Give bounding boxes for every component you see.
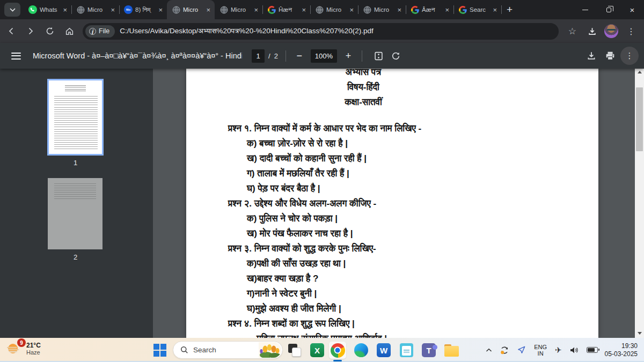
taskbar-edge[interactable] bbox=[353, 342, 370, 359]
search-highlight-image[interactable] bbox=[259, 342, 281, 358]
start-button[interactable] bbox=[152, 342, 168, 358]
taskbar-word[interactable]: W bbox=[375, 342, 392, 359]
tab-close-icon[interactable]: × bbox=[253, 6, 259, 13]
reload-icon bbox=[46, 27, 54, 35]
tab-search-button[interactable] bbox=[4, 3, 20, 17]
zoom-out-button[interactable]: − bbox=[294, 50, 305, 62]
edge-icon bbox=[354, 343, 368, 357]
home-button[interactable] bbox=[61, 23, 77, 39]
taskbar-excel[interactable]: X bbox=[309, 342, 326, 359]
profile-avatar[interactable] bbox=[604, 24, 618, 38]
info-icon: i bbox=[89, 28, 96, 35]
pdf-menu-button[interactable] bbox=[11, 50, 21, 61]
clock-time: 19:30 bbox=[605, 342, 638, 350]
tab-filo[interactable]: filo 8) निम् × bbox=[119, 0, 167, 19]
tab-close-icon[interactable]: × bbox=[157, 6, 164, 13]
volume-button[interactable] bbox=[566, 338, 583, 362]
tab-micro-3[interactable]: Micro × bbox=[310, 0, 358, 19]
taskbar-teams[interactable]: T bbox=[420, 342, 437, 359]
doc-body: प्रश्न १. निम्न वाक्यों में कर्म के आधार… bbox=[186, 121, 598, 338]
language-switcher[interactable]: ENG IN bbox=[530, 344, 551, 357]
scroll-down-icon[interactable] bbox=[635, 330, 644, 337]
rotate-button[interactable] bbox=[387, 47, 404, 64]
print-button[interactable] bbox=[602, 47, 619, 64]
clock-date: 05-03-2025 bbox=[605, 350, 638, 358]
weather-widget[interactable]: 9 21°C Haze bbox=[5, 340, 41, 357]
reload-button[interactable] bbox=[42, 23, 58, 39]
page-2-label: 2 bbox=[47, 253, 104, 261]
active-app-indicator bbox=[333, 360, 342, 361]
page-number-input[interactable]: 1 bbox=[252, 49, 265, 63]
tab-close-icon[interactable]: × bbox=[205, 6, 211, 13]
airplane-icon: ✈ bbox=[555, 345, 562, 355]
pdf-more-menu[interactable]: ⋮ bbox=[620, 47, 639, 65]
scrollbar-thumb[interactable] bbox=[636, 87, 643, 151]
chrome-icon bbox=[331, 343, 345, 358]
new-tab-button[interactable]: + bbox=[507, 4, 513, 16]
airplane-mode-button[interactable]: ✈ bbox=[551, 338, 566, 362]
url-text[interactable]: C:/Users/Avika/Desktop/अभ्यास%20पत्र%20-… bbox=[120, 27, 374, 35]
pdf-download-button[interactable] bbox=[583, 47, 600, 64]
taskbar-notepad[interactable] bbox=[398, 342, 415, 359]
taskbar-chrome-active[interactable] bbox=[329, 342, 346, 359]
downloads-button[interactable] bbox=[584, 23, 600, 39]
tab-title: Âæन bbox=[422, 6, 441, 13]
doc-line: क) बच्चा ज़ोर-ज़ोर से रो रहा है | bbox=[247, 136, 598, 151]
whatsapp-icon bbox=[28, 5, 37, 14]
globe-icon bbox=[219, 5, 228, 14]
minimize-icon bbox=[582, 10, 588, 10]
task-view-button[interactable] bbox=[286, 342, 303, 359]
tab-google-search[interactable]: Searc × bbox=[453, 0, 501, 19]
fit-page-button[interactable] bbox=[370, 47, 387, 64]
location-button[interactable] bbox=[513, 338, 530, 362]
tab-close-icon[interactable]: × bbox=[396, 6, 402, 13]
tab-google-2[interactable]: Âæन × bbox=[406, 0, 453, 19]
taskbar-search-box[interactable]: Search bbox=[173, 341, 283, 359]
tab-whatsapp[interactable]: Whats × bbox=[24, 0, 71, 19]
back-button[interactable] bbox=[3, 23, 19, 39]
language-line1: ENG bbox=[534, 344, 547, 350]
tab-close-icon[interactable]: × bbox=[444, 6, 450, 13]
sync-status-button[interactable] bbox=[496, 338, 513, 362]
filo-icon: filo bbox=[124, 5, 133, 14]
tab-title: Micro bbox=[374, 6, 393, 13]
zoom-level[interactable]: 100% bbox=[311, 49, 337, 63]
hidden-icons-button[interactable] bbox=[482, 338, 496, 362]
url-bar[interactable]: i File C:/Users/Avika/Desktop/अभ्यास%20प… bbox=[83, 23, 559, 40]
tab-micro-2[interactable]: Micro × bbox=[215, 0, 262, 19]
scroll-up-icon[interactable] bbox=[635, 69, 644, 76]
tab-close-icon[interactable]: × bbox=[492, 6, 498, 13]
browser-menu-icon[interactable]: ⋮ bbox=[623, 24, 640, 39]
page-2-thumbnail[interactable] bbox=[48, 178, 103, 249]
battery-button[interactable] bbox=[583, 338, 602, 362]
tab-close-icon[interactable]: × bbox=[301, 6, 307, 13]
taskbar-file-explorer[interactable] bbox=[443, 342, 460, 359]
tab-close-icon[interactable]: × bbox=[109, 6, 116, 13]
zoom-in-button[interactable]: + bbox=[342, 50, 354, 62]
bookmark-star-icon[interactable]: ☆ bbox=[566, 24, 579, 39]
tab-micro-active[interactable]: Micro × bbox=[167, 0, 215, 19]
tab-micro-1[interactable]: Micro × bbox=[71, 0, 119, 19]
globe-icon bbox=[315, 5, 324, 14]
minimize-button[interactable] bbox=[573, 0, 597, 19]
tab-title: Whats bbox=[40, 6, 59, 13]
close-button[interactable]: × bbox=[620, 0, 644, 19]
toolbar-divider bbox=[362, 50, 362, 62]
tab-close-icon[interactable]: × bbox=[62, 6, 68, 13]
tab-micro-4[interactable]: Micro × bbox=[358, 0, 406, 19]
pdf-toolbar-right: ⋮ bbox=[583, 47, 639, 65]
restore-button[interactable] bbox=[597, 0, 620, 19]
zoom-controls: − 100% + bbox=[294, 49, 354, 63]
tab-google-1[interactable]: Ĥæन × bbox=[262, 0, 310, 19]
forward-button[interactable] bbox=[23, 23, 39, 39]
thumbnail-preview bbox=[54, 94, 98, 150]
globe-icon bbox=[172, 5, 180, 14]
tab-close-icon[interactable]: × bbox=[348, 6, 355, 13]
page-1-thumbnail[interactable] bbox=[47, 79, 104, 156]
file-scheme-chip[interactable]: i File bbox=[85, 25, 115, 38]
taskbar-clock[interactable]: 19:30 05-03-2025 bbox=[602, 342, 644, 358]
home-icon bbox=[65, 27, 74, 36]
google-icon bbox=[267, 5, 276, 14]
vertical-scrollbar[interactable] bbox=[635, 69, 644, 338]
browser-window: Whats × Micro × filo 8) निम् × Micro × M… bbox=[0, 0, 644, 362]
